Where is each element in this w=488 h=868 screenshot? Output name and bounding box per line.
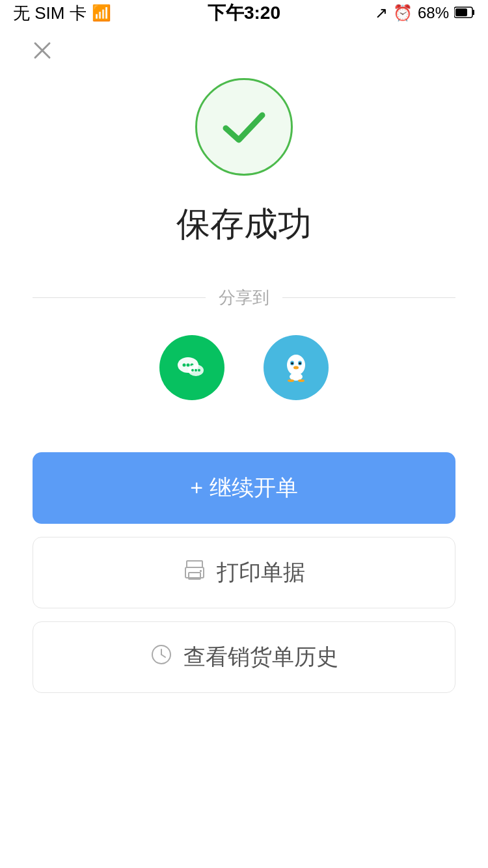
wechat-icon [172,348,211,387]
success-title: 保存成功 [176,202,312,247]
status-time: 下午3:20 [208,1,280,25]
history-button[interactable]: 查看销货单历史 [33,621,455,693]
svg-point-8 [191,369,194,372]
svg-point-5 [187,364,190,367]
history-label: 查看销货单历史 [183,642,338,672]
continue-label: + 继续开单 [190,473,297,503]
clock-icon [150,643,173,671]
svg-point-16 [299,362,301,365]
main-content: 保存成功 分享到 [0,26,488,693]
svg-point-9 [195,369,197,372]
share-label: 分享到 [219,286,269,309]
alarm-icon: ⏰ [393,4,413,22]
wechat-share-button[interactable] [159,335,224,400]
share-icons [159,335,329,400]
status-left: 无 SIM 卡 📶 [13,2,111,25]
printer-icon [183,558,206,587]
battery-label: 68% [418,4,449,22]
battery-icon [454,4,475,22]
svg-point-10 [198,369,200,372]
svg-point-4 [183,364,186,367]
location-icon: ↗ [375,4,388,22]
svg-point-11 [287,355,305,375]
status-bar: 无 SIM 卡 📶 下午3:20 ↗ ⏰ 68% [0,0,488,26]
svg-point-18 [288,379,294,382]
svg-rect-20 [187,561,202,567]
svg-rect-1 [472,10,474,15]
share-divider: 分享到 [33,286,455,309]
divider-left [33,297,206,298]
svg-line-26 [161,655,165,657]
success-circle [195,78,293,176]
close-button[interactable] [26,34,59,66]
qq-icon [277,348,316,387]
divider-right [282,297,455,298]
status-right: ↗ ⏰ 68% [375,4,475,22]
svg-point-19 [298,379,305,382]
continue-button[interactable]: + 继续开单 [33,452,455,524]
checkmark-icon [218,101,270,153]
svg-rect-23 [200,570,202,572]
action-buttons: + 继续开单 打印单据 查看销 [33,452,455,693]
svg-rect-2 [455,8,467,16]
svg-point-17 [293,366,299,370]
no-sim-label: 无 SIM 卡 [13,2,87,25]
print-button[interactable]: 打印单据 [33,537,455,608]
print-label: 打印单据 [217,558,305,588]
qq-share-button[interactable] [264,335,329,400]
svg-point-14 [291,362,293,365]
wifi-icon: 📶 [92,4,111,22]
